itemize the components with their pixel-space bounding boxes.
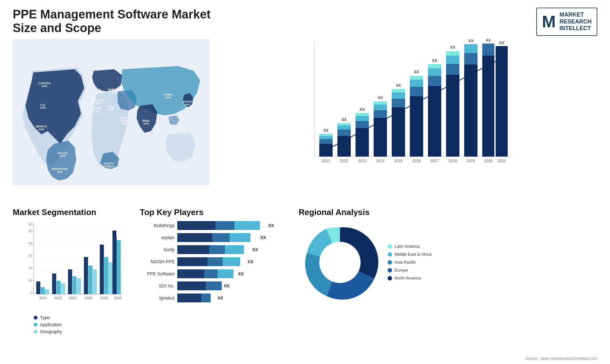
svg-text:XX: XX [323, 128, 329, 133]
map-section: CANADA xx% U.S. xx% MEXICO xx% BRAZIL xx… [13, 39, 222, 204]
legend-type: Type [34, 315, 133, 320]
svg-text:xx%: xx% [42, 84, 47, 88]
player-bar [177, 269, 236, 278]
segmentation-section: Market Segmentation 0 10 20 30 40 50 60 [13, 207, 133, 347]
svg-text:xx%: xx% [94, 110, 100, 113]
player-bar [177, 233, 258, 242]
svg-text:xx%: xx% [40, 106, 46, 109]
svg-rect-123 [84, 257, 88, 294]
player-bar [177, 245, 250, 254]
legend-geography: Geography [34, 329, 133, 334]
svg-rect-68 [410, 87, 423, 96]
svg-text:xx%: xx% [184, 103, 190, 106]
svg-rect-63 [392, 92, 405, 99]
svg-text:XX: XX [342, 118, 347, 122]
donut-container: Latin America Middle East & Africa Asia … [299, 221, 597, 304]
svg-rect-90 [482, 56, 494, 157]
svg-rect-75 [428, 68, 441, 76]
svg-rect-125 [93, 269, 97, 294]
logo-letter: M [542, 13, 556, 30]
svg-text:2026: 2026 [114, 296, 122, 300]
segmentation-chart: 0 10 20 30 40 50 60 2021 [24, 221, 126, 310]
svg-text:xx%: xx% [60, 154, 66, 158]
chart-section: XX 2021 XX 2022 XX 2023 [222, 39, 597, 204]
svg-rect-134 [112, 231, 116, 235]
svg-rect-124 [88, 266, 92, 294]
reg-legend-europe: Europe [388, 268, 431, 273]
svg-rect-113 [45, 289, 49, 294]
svg-text:50: 50 [29, 229, 32, 233]
svg-rect-46 [337, 123, 351, 125]
players-section: Top Key Players Bulbthings XX erplain [140, 207, 292, 347]
svg-rect-40 [319, 134, 333, 136]
svg-text:xx%: xx% [143, 122, 149, 125]
svg-rect-120 [72, 276, 77, 294]
svg-text:10: 10 [29, 279, 32, 282]
svg-text:2021: 2021 [322, 159, 330, 163]
svg-text:XX: XX [450, 45, 455, 50]
svg-text:xx%: xx% [96, 101, 101, 104]
svg-rect-62 [392, 99, 405, 107]
svg-text:40: 40 [29, 241, 32, 245]
svg-rect-50 [356, 121, 369, 128]
svg-rect-112 [41, 287, 45, 294]
svg-text:2029: 2029 [467, 159, 475, 163]
svg-rect-55 [374, 118, 387, 157]
svg-rect-64 [392, 89, 405, 92]
svg-text:XX: XX [486, 39, 491, 43]
svg-rect-119 [68, 269, 72, 294]
svg-rect-74 [428, 76, 441, 86]
svg-rect-61 [392, 107, 405, 157]
logo-text: MARKET RESEARCH INTELLECT [559, 11, 592, 32]
svg-text:XX: XX [360, 107, 365, 112]
player-row: PPE Software XX [140, 269, 292, 278]
svg-rect-80 [446, 64, 459, 75]
svg-text:2031: 2031 [498, 159, 506, 163]
type-dot [34, 316, 37, 320]
svg-rect-51 [356, 116, 369, 121]
svg-text:XX: XX [378, 96, 383, 100]
svg-rect-131 [112, 235, 117, 294]
svg-text:30: 30 [29, 254, 32, 258]
svg-rect-117 [61, 283, 65, 294]
player-row: SDI Inc. XX [140, 281, 292, 290]
svg-text:2025: 2025 [394, 159, 403, 163]
player-bar [177, 221, 266, 230]
svg-text:2028: 2028 [449, 159, 457, 163]
svg-rect-70 [410, 76, 423, 80]
legend-application: Application [34, 322, 133, 327]
players-title: Top Key Players [140, 207, 292, 217]
svg-point-136 [319, 242, 361, 283]
reg-legend-asia: Asia Pacific [388, 260, 431, 265]
svg-text:XX: XX [396, 83, 401, 88]
world-map: CANADA xx% U.S. xx% MEXICO xx% BRAZIL xx… [13, 39, 210, 185]
svg-rect-91 [482, 44, 494, 56]
svg-rect-58 [374, 101, 387, 104]
svg-rect-38 [319, 139, 333, 144]
source-text: Source : www.marketresearchintellect.com [525, 356, 597, 361]
reg-legend-na: North America [388, 276, 431, 280]
svg-text:2022: 2022 [54, 296, 62, 300]
reg-legend-latin: Latin America [388, 244, 431, 249]
bottom-section: Market Segmentation 0 10 20 30 40 50 60 [0, 204, 610, 350]
svg-text:2023: 2023 [69, 296, 77, 300]
svg-rect-44 [337, 130, 351, 136]
segmentation-legend: Type Application Geography [34, 315, 133, 334]
players-list: Bulbthings XX erplain [140, 221, 292, 302]
svg-text:xx%: xx% [38, 128, 44, 131]
svg-text:2024: 2024 [376, 159, 385, 163]
player-row: erplain XX [140, 233, 292, 242]
svg-rect-133 [117, 240, 121, 294]
svg-text:xx%: xx% [122, 122, 127, 125]
svg-text:xx%: xx% [108, 108, 113, 111]
player-bar [177, 281, 222, 290]
svg-rect-82 [446, 51, 459, 56]
regional-legend: Latin America Middle East & Africa Asia … [388, 244, 431, 280]
svg-text:2027: 2027 [430, 159, 439, 163]
svg-text:2024: 2024 [85, 296, 92, 300]
regional-section: Regional Analysis Latin Ame [299, 207, 597, 347]
svg-rect-56 [374, 110, 387, 118]
svg-text:XX: XX [499, 41, 504, 45]
svg-text:XX: XX [414, 70, 419, 74]
svg-rect-111 [36, 281, 40, 294]
